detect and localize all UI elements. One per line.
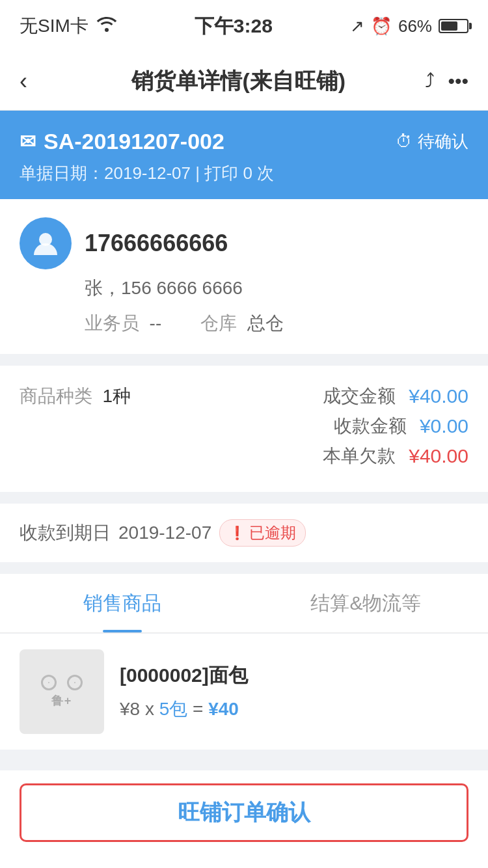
warehouse-value: 总仓 <box>247 313 284 333</box>
amount-value-1: ¥0.00 <box>420 415 468 437</box>
due-date-value: 2019-12-07 <box>118 522 211 543</box>
salesman-label: 业务员 <box>85 313 139 333</box>
nav-bar: ‹ 销货单详情(来自旺铺) ⤴ ••• <box>0 52 488 111</box>
nav-actions: ⤴ ••• <box>425 70 468 92</box>
amount-label-1: 收款金额 <box>334 414 407 439</box>
overdue-badge: ❗ 已逾期 <box>219 519 306 547</box>
tab-settlement-label: 结算&物流等 <box>310 590 421 617</box>
status-left: 无SIM卡 <box>20 14 117 38</box>
tab-products-label: 销售商品 <box>83 590 161 617</box>
amount-row-1: 收款金额 ¥0.00 <box>323 414 468 439</box>
status-clock-icon: ⏱ <box>396 131 413 152</box>
equals-sign: = <box>193 699 208 719</box>
carrier-text: 无SIM卡 <box>20 14 88 38</box>
bottom-bar: 旺铺订单确认 <box>0 770 488 868</box>
qty-value: 5包 <box>159 699 188 719</box>
amount-label-0: 成交金额 <box>323 384 396 409</box>
type-label: 商品种类 <box>20 386 92 406</box>
amount-row-0: 成交金额 ¥40.00 <box>323 384 468 409</box>
price-value: ¥8 <box>120 699 140 719</box>
owl-logo: 鲁+ <box>29 672 94 711</box>
overdue-dot-icon: ❗ <box>229 525 245 541</box>
battery-icon <box>439 19 468 33</box>
due-date-card: 收款到期日 2019-12-07 ❗ 已逾期 <box>0 504 488 562</box>
tab-products[interactable]: 销售商品 <box>0 574 244 632</box>
amount-label-2: 本单欠款 <box>323 444 396 468</box>
status-text: 待确认 <box>418 130 468 153</box>
order-icon: ✉ <box>20 130 36 153</box>
owl-eye-right <box>67 675 83 690</box>
back-button[interactable]: ‹ <box>20 68 52 95</box>
tabs-bar: 销售商品 结算&物流等 <box>0 574 488 633</box>
salesman-value: -- <box>150 313 162 333</box>
total-value: ¥40 <box>208 699 239 719</box>
more-icon[interactable]: ••• <box>448 70 468 92</box>
customer-meta: 业务员 -- 仓库 总仓 <box>85 311 468 336</box>
product-name: [0000002]面包 <box>120 662 468 689</box>
type-value: 1种 <box>103 386 131 406</box>
owl-eye-left <box>41 675 57 690</box>
confirm-button[interactable]: 旺铺订单确认 <box>20 783 468 842</box>
order-id-row: ✉ SA-20191207-002 ⏱ 待确认 <box>20 129 468 154</box>
location-icon: ↗ <box>350 16 364 36</box>
owl-eyes <box>41 675 83 690</box>
overdue-text: 已逾期 <box>249 522 296 543</box>
warehouse-label: 仓库 <box>200 313 237 333</box>
page-title: 销货单详情(来自旺铺) <box>131 66 346 96</box>
battery-fill <box>441 21 457 31</box>
summary-right: 成交金额 ¥40.00 收款金额 ¥0.00 本单欠款 ¥40.00 <box>323 384 468 474</box>
order-status: ⏱ 待确认 <box>396 130 468 153</box>
product-thumbnail: 鲁+ <box>20 649 104 734</box>
warehouse-item: 仓库 总仓 <box>200 311 284 336</box>
customer-row: 17666666666 <box>20 217 468 269</box>
owl-text: 鲁+ <box>51 693 73 709</box>
order-id-text: SA-20191207-002 <box>44 129 224 154</box>
due-date-label: 收款到期日 <box>20 521 111 545</box>
order-date: 单据日期：2019-12-07 | 打印 0 次 <box>20 162 468 185</box>
alarm-icon: ⏰ <box>371 16 392 36</box>
order-id: ✉ SA-20191207-002 <box>20 129 224 154</box>
order-header: ✉ SA-20191207-002 ⏱ 待确认 单据日期：2019-12-07 … <box>0 111 488 199</box>
amount-value-0: ¥40.00 <box>409 385 468 407</box>
share-icon[interactable]: ⤴ <box>425 70 435 92</box>
status-bar: 无SIM卡 下午3:28 ↗ ⏰ 66% <box>0 0 488 52</box>
salesman-item: 业务员 -- <box>85 311 161 336</box>
multiply-sign: x <box>145 699 159 719</box>
status-time: 下午3:28 <box>195 13 273 40</box>
customer-card: 17666666666 张，156 6666 6666 业务员 -- 仓库 总仓 <box>0 199 488 354</box>
summary-card: 商品种类 1种 成交金额 ¥40.00 收款金额 ¥0.00 本单欠款 ¥40.… <box>0 366 488 492</box>
summary-left: 商品种类 1种 <box>20 384 131 409</box>
product-price: ¥8 x 5包 = ¥40 <box>120 697 468 722</box>
amount-value-2: ¥40.00 <box>409 445 468 467</box>
product-card: 鲁+ [0000002]面包 ¥8 x 5包 = ¥40 <box>0 634 488 750</box>
avatar <box>20 217 72 269</box>
amount-row-2: 本单欠款 ¥40.00 <box>323 444 468 468</box>
product-info: [0000002]面包 ¥8 x 5包 = ¥40 <box>120 662 468 722</box>
wifi-icon <box>96 16 117 36</box>
tab-settlement[interactable]: 结算&物流等 <box>244 574 488 632</box>
product-thumb-inner: 鲁+ <box>20 649 104 734</box>
battery-text: 66% <box>398 16 432 36</box>
status-right: ↗ ⏰ 66% <box>350 16 468 36</box>
customer-name: 张，156 6666 6666 <box>85 276 468 301</box>
customer-phone: 17666666666 <box>85 230 228 257</box>
tab-underline <box>103 630 142 632</box>
